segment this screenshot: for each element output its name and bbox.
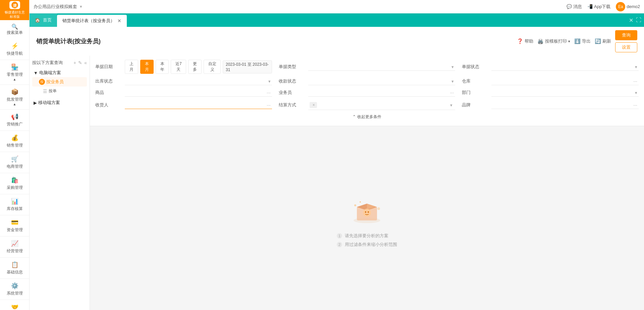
query-button[interactable]: 查询: [615, 30, 637, 40]
filter-dept-group: 部门: [462, 89, 639, 97]
export-icon: ⬇️: [574, 38, 581, 44]
tree-group-mobile: ▶ 移动端方案: [32, 98, 87, 107]
payment-select[interactable]: [318, 101, 454, 109]
salesman-dots-icon[interactable]: ···: [450, 90, 454, 95]
home-icon: 🏠: [35, 18, 40, 23]
panel-header-actions: + ✎ «: [73, 60, 87, 65]
filter-collapse-button[interactable]: ⌃ 收起更多条件: [95, 112, 639, 122]
right-panel: 单据日期 上月 本月 本年 近7天 更多 自定义 2023-03-01 至 20…: [90, 56, 644, 310]
logo-subtext: 标准版: [10, 14, 20, 19]
refresh-button[interactable]: 🔄 刷新: [595, 38, 611, 44]
date-btn-7days[interactable]: 近7天: [171, 60, 186, 74]
print-dropdown-icon: ▾: [568, 39, 570, 44]
panel-header: 按以下方案查询 + ✎ «: [32, 58, 87, 68]
date-label: 单据日期: [95, 64, 122, 70]
logo-icon: 捷: [9, 1, 20, 9]
warehouse-dots-icon[interactable]: ···: [633, 79, 637, 84]
goods-input[interactable]: [125, 89, 272, 97]
tree-expand-icon: ▼: [34, 70, 38, 75]
salesman-input[interactable]: [308, 89, 455, 97]
brand-dots-icon[interactable]: ···: [633, 102, 637, 108]
brand-input[interactable]: [491, 101, 639, 109]
message-button[interactable]: 💬 消息: [567, 4, 582, 10]
settings-button[interactable]: 设置: [615, 42, 637, 52]
filter-doc-status-group: 单据状态: [462, 63, 639, 71]
wholesale-icon: 📦: [11, 88, 18, 96]
tab-expand-icon[interactable]: ⛶: [636, 17, 641, 23]
date-btn-more[interactable]: 更多: [188, 60, 202, 74]
tree-group-desktop-label[interactable]: ▼ 电脑端方案: [32, 68, 87, 77]
export-button[interactable]: ⬇️ 导出: [574, 38, 591, 44]
tree-item-by-doc[interactable]: ☰ 按单: [32, 87, 87, 96]
warehouse-input[interactable]: [491, 77, 639, 85]
sales-icon: 💰: [11, 134, 18, 142]
tree-item-salesman[interactable]: 按 按业务员: [32, 77, 87, 87]
payment-tag-close[interactable]: ×: [313, 103, 315, 107]
sidebar-purchase[interactable]: 🛍️ 采购管理: [0, 173, 29, 194]
sidebar-retail[interactable]: 🏪 零售管理 ▲: [0, 60, 29, 85]
doc-type-select[interactable]: [308, 63, 455, 71]
goods-dots-icon[interactable]: ···: [267, 90, 271, 95]
help-button[interactable]: ❓ 帮助: [517, 38, 533, 44]
dept-label: 部门: [462, 90, 489, 96]
consignee-input[interactable]: [125, 101, 272, 109]
brand-input-wrapper: ···: [491, 101, 639, 109]
sidebar-wholesale[interactable]: 📦 批发管理 ▲: [0, 85, 29, 110]
filter-row-1: 单据日期 上月 本月 本年 近7天 更多 自定义 2023-03-01 至 20…: [95, 60, 639, 74]
left-panel: 按以下方案查询 + ✎ « ▼ 电脑端方案 按 按业务员: [30, 56, 90, 310]
sidebar-ecommerce[interactable]: 🛒 电商管理: [0, 152, 29, 173]
add-scheme-button[interactable]: +: [73, 60, 76, 65]
filter-doc-type-group: 单据类型: [279, 63, 455, 71]
main-area: 办公用品行业模拟账套 ▾ 💬 消息 📲 App下载 Ea demo2 🏠 首页: [30, 0, 644, 310]
sidebar-finance[interactable]: 💳 资金管理: [0, 215, 29, 237]
sidebar-business[interactable]: 📈 经营管理: [0, 237, 29, 258]
salesman-input-wrapper: ···: [308, 89, 455, 97]
date-btn-this-year[interactable]: 本年: [156, 60, 169, 74]
date-range-display: 2023-03-01 至 2023-03-31: [223, 60, 272, 73]
breadcrumb-dropdown-icon[interactable]: ▾: [80, 4, 82, 9]
warehouse-label: 仓库: [462, 78, 489, 84]
user-menu[interactable]: Ea demo2: [616, 2, 640, 11]
sidebar-sales[interactable]: 💰 销售管理: [0, 131, 29, 152]
app-logo: 捷 畅捷通好生意 标准版: [0, 0, 29, 20]
tabbar-actions: ✕ ⛶: [629, 17, 644, 23]
print-button[interactable]: 🖨️ 按模板打印 ▾: [537, 38, 570, 44]
filter-out-status-group: 出库状态: [95, 77, 272, 85]
page-header-actions: ❓ 帮助 🖨️ 按模板打印 ▾ ⬇️ 导出 🔄 刷新 查询: [517, 30, 637, 52]
svg-point-7: [363, 209, 371, 217]
date-btn-this-month[interactable]: 本月: [140, 60, 154, 74]
tab-close-icon[interactable]: ✕: [117, 18, 121, 23]
date-btn-custom[interactable]: 自定义: [204, 60, 221, 74]
sidebar-marketing[interactable]: 📢 营销推广: [0, 110, 29, 131]
sidebar-enterprise[interactable]: 🤝 企业协同: [0, 300, 29, 310]
step-1: 1: [337, 233, 342, 239]
consignee-dots-icon[interactable]: ···: [267, 102, 271, 108]
payment-tag-control: ×: [308, 100, 455, 110]
brand-label: 品牌: [462, 102, 489, 108]
sidebar-quick-nav[interactable]: ⚡ 快捷导航: [0, 39, 29, 60]
consignee-label: 收货人: [95, 102, 122, 108]
dept-select[interactable]: [491, 89, 639, 97]
doc-status-select[interactable]: [491, 63, 639, 71]
tab-close-window-icon[interactable]: ✕: [629, 17, 633, 23]
empty-row-2: 2 用过滤条件来缩小分析范围: [337, 242, 397, 248]
sidebar-inventory[interactable]: 📊 库存核算: [0, 194, 29, 215]
out-status-select[interactable]: [125, 77, 272, 85]
tab-home[interactable]: 🏠 首页: [30, 13, 57, 27]
collapse-panel-button[interactable]: «: [84, 60, 87, 65]
print-icon: 🖨️: [537, 38, 544, 44]
tab-sales-stat[interactable]: 销货单统计表（按业务员） ✕: [57, 15, 127, 27]
filter-area: 单据日期 上月 本月 本年 近7天 更多 自定义 2023-03-01 至 20…: [90, 56, 644, 126]
sidebar-system[interactable]: ⚙️ 系统管理: [0, 279, 29, 300]
edit-scheme-button[interactable]: ✎: [78, 60, 82, 65]
ecommerce-icon: 🛒: [11, 155, 18, 163]
sidebar-basic[interactable]: 📋 基础信息: [0, 258, 29, 279]
tree-group-mobile-label[interactable]: ▶ 移动端方案: [32, 98, 87, 107]
sidebar-search[interactable]: 🔍 搜索菜单: [0, 20, 29, 39]
receive-status-select[interactable]: [308, 77, 455, 85]
doc-type-select-wrapper: [308, 63, 455, 71]
download-icon: 📲: [587, 4, 593, 9]
app-download-button[interactable]: 📲 App下载: [587, 4, 610, 10]
date-btn-last-month[interactable]: 上月: [125, 60, 138, 74]
marketing-icon: 📢: [11, 113, 18, 120]
